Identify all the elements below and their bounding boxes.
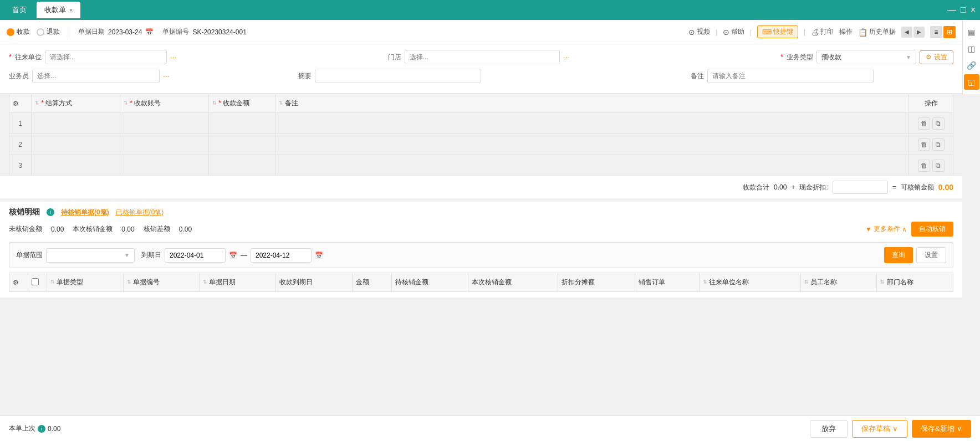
tab-receipt[interactable]: 收款单 × xyxy=(37,2,80,18)
abandon-btn[interactable]: 放弃 xyxy=(810,420,848,438)
counterpart-input[interactable] xyxy=(45,50,167,64)
shortcut-btn[interactable]: ⌨ 快捷键 xyxy=(757,25,798,38)
range-select[interactable]: ▼ xyxy=(46,248,135,263)
required-star-2: * xyxy=(780,53,783,61)
table-settings-icon[interactable]: ⚙ xyxy=(13,100,19,107)
sort-shop[interactable]: ⇅ xyxy=(880,280,885,285)
video-btn[interactable]: ⊙ 视频 xyxy=(688,27,710,37)
row1-amount[interactable] xyxy=(209,113,275,134)
row3-delete-btn[interactable]: 🗑 xyxy=(918,160,930,172)
row2-account[interactable] xyxy=(120,134,209,155)
sort-staff[interactable]: ⇅ xyxy=(804,280,809,285)
row3-account[interactable] xyxy=(120,155,209,176)
window-minimize-btn[interactable]: — xyxy=(947,5,956,15)
auto-verify-btn[interactable]: 自动核销 xyxy=(911,222,953,237)
row1-copy-btn[interactable]: ⧉ xyxy=(932,117,945,130)
row1-note[interactable] xyxy=(275,113,909,134)
staff-more-icon[interactable]: ··· xyxy=(163,71,170,80)
counterpart-more-icon[interactable]: ··· xyxy=(170,53,177,61)
col-settings[interactable]: ⚙ xyxy=(9,94,32,113)
nav-next-btn[interactable]: ▶ xyxy=(913,27,925,38)
date-from-icon[interactable]: 📅 xyxy=(229,252,237,259)
more-conditions-btn[interactable]: ▼ 更多条件 ∧ xyxy=(865,224,907,234)
bottom-col-amount: 金额 xyxy=(353,273,391,292)
summary-input[interactable] xyxy=(315,69,481,83)
business-type-select[interactable]: 预收款 ▼ xyxy=(816,50,916,64)
row1-delete-btn[interactable]: 🗑 xyxy=(918,117,930,130)
done-tab[interactable]: 已核销单据(0笔) xyxy=(116,208,164,217)
sort-settlement[interactable]: ⇅ xyxy=(35,101,39,106)
row3-note[interactable] xyxy=(275,155,909,176)
table-header-row: ⚙ ⇅ * 结算方式 ⇅ * 收款账号 ⇅ * 收款金额 xyxy=(9,94,953,113)
radio-receipt[interactable]: 收款 xyxy=(7,27,30,37)
verify-info-icon[interactable]: i xyxy=(47,208,54,216)
row2-amount[interactable] xyxy=(209,134,275,155)
list-view-btn[interactable]: ≡ xyxy=(930,26,942,38)
sort-amount[interactable]: ⇅ xyxy=(212,101,217,106)
date-to-input[interactable] xyxy=(251,248,312,263)
bottom-col-counterpart: ⇅ 往来单位名称 xyxy=(699,273,800,292)
number-value: SK-20230324-001 xyxy=(192,28,246,36)
save-new-btn[interactable]: 保存&新增 ∨ xyxy=(912,420,971,438)
bottom-col-checkbox[interactable] xyxy=(28,273,47,292)
query-btn[interactable]: 查询 xyxy=(884,247,913,263)
sidebar-table-icon[interactable]: ▤ xyxy=(964,24,979,40)
setting-btn[interactable]: ⚙ 设置 xyxy=(920,50,953,64)
sort-account[interactable]: ⇅ xyxy=(124,101,128,106)
filter-setting-label: 设置 xyxy=(925,251,938,259)
row1-account[interactable] xyxy=(120,113,209,134)
help-icon: ⊙ xyxy=(723,28,729,37)
date-range-filter: 到期日 📅 — 📅 xyxy=(141,248,323,263)
select-all-checkbox[interactable] xyxy=(32,278,39,285)
window-maximize-btn[interactable]: □ xyxy=(961,5,966,15)
sort-note[interactable]: ⇅ xyxy=(279,101,283,106)
discount-input[interactable] xyxy=(833,181,888,194)
tab-close-icon[interactable]: × xyxy=(69,7,73,13)
net-label: 可核销金额 xyxy=(901,183,934,192)
bottom-col-settings[interactable]: ⚙ xyxy=(9,273,28,292)
sort-counterpart[interactable]: ⇅ xyxy=(703,280,707,285)
row2-note[interactable] xyxy=(275,134,909,155)
operate-btn[interactable]: 操作 xyxy=(839,27,853,37)
note-label: 备注 xyxy=(691,71,704,81)
sort-doc-number[interactable]: ⇅ xyxy=(127,280,131,285)
date-to-icon[interactable]: 📅 xyxy=(315,252,323,259)
row1-settlement[interactable] xyxy=(32,113,120,134)
staff-input[interactable] xyxy=(32,69,160,83)
row2-delete-btn[interactable]: 🗑 xyxy=(918,139,930,151)
window-close-btn[interactable]: × xyxy=(971,5,976,15)
date-from-input[interactable] xyxy=(165,248,226,263)
print-btn[interactable]: 🖨 打印 xyxy=(811,27,834,37)
filter-setting-btn[interactable]: 设置 xyxy=(916,247,946,263)
calendar-icon[interactable]: 📅 xyxy=(145,28,154,36)
sidebar-link-icon[interactable]: 🔗 xyxy=(964,58,979,73)
sort-doc-date[interactable]: ⇅ xyxy=(203,280,207,285)
shop-input[interactable] xyxy=(405,50,560,64)
history-btn[interactable]: 📋 历史单据 xyxy=(858,27,896,37)
help-btn[interactable]: ⊙ 帮助 xyxy=(723,27,744,37)
gear-icon: ⚙ xyxy=(926,53,932,61)
pending-tab[interactable]: 待核销单据(0笔) xyxy=(61,208,109,217)
row2-copy-btn[interactable]: ⧉ xyxy=(932,139,945,151)
note-input[interactable] xyxy=(707,69,874,83)
row3-actions: 🗑 ⧉ xyxy=(909,155,953,176)
col-account-label: 收款账号 xyxy=(134,99,161,107)
summary-label: 摘要 xyxy=(298,71,312,81)
range-label: 单据范围 xyxy=(16,250,43,260)
sort-doc-type[interactable]: ⇅ xyxy=(50,280,55,285)
footer-info-icon[interactable]: i xyxy=(38,425,45,433)
row3-copy-btn[interactable]: ⧉ xyxy=(932,160,945,172)
nav-prev-btn[interactable]: ◀ xyxy=(901,27,912,38)
shop-field: 门店 ··· xyxy=(388,50,570,64)
sidebar-layout-icon[interactable]: ◫ xyxy=(964,41,979,57)
sidebar-expand-icon[interactable]: ◱ xyxy=(964,74,979,90)
row3-settlement[interactable] xyxy=(32,155,120,176)
tab-home[interactable]: 首页 xyxy=(4,2,34,18)
print-label: 打印 xyxy=(820,27,834,37)
row2-settlement[interactable] xyxy=(32,134,120,155)
shop-more-icon[interactable]: ··· xyxy=(563,53,570,61)
row3-amount[interactable] xyxy=(209,155,275,176)
radio-refund[interactable]: 退款 xyxy=(37,27,60,37)
save-draft-btn[interactable]: 保存草稿 ∨ xyxy=(852,420,907,438)
grid-view-btn[interactable]: ⊞ xyxy=(943,26,956,38)
